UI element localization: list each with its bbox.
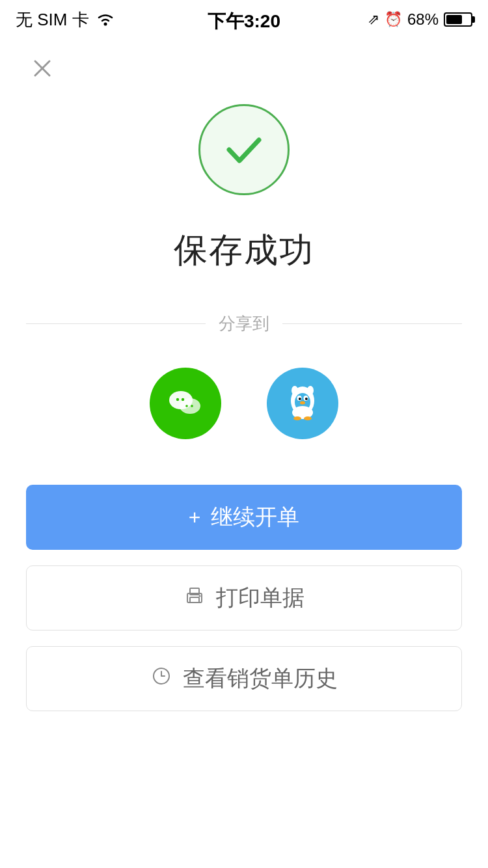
wechat-icon <box>165 383 206 424</box>
continue-icon: + <box>189 506 201 530</box>
status-bar: 无 SIM 卡 下午3:20 ⇗ ⏰ 68% <box>0 0 488 39</box>
checkmark-icon <box>221 127 267 172</box>
divider-left <box>26 323 206 324</box>
svg-point-24 <box>199 595 201 597</box>
history-label: 查看销货单历史 <box>183 664 338 694</box>
divider-right <box>282 323 462 324</box>
actions-wrap: + 继续开单 打印单据 查看销货单历史 <box>26 485 462 711</box>
status-indicators: ⇗ ⏰ 68% <box>368 10 472 29</box>
carrier-text: 无 SIM 卡 <box>16 8 89 31</box>
svg-point-6 <box>182 398 184 401</box>
svg-point-18 <box>304 416 312 420</box>
history-icon <box>150 665 172 692</box>
svg-point-8 <box>191 405 193 407</box>
success-icon-circle <box>198 104 290 195</box>
svg-point-5 <box>176 398 179 401</box>
svg-point-14 <box>305 398 308 400</box>
close-icon <box>31 57 53 79</box>
print-icon <box>183 584 206 612</box>
svg-point-13 <box>299 398 301 400</box>
svg-point-15 <box>300 401 305 405</box>
success-title: 保存成功 <box>174 228 314 273</box>
share-wechat-button[interactable] <box>150 368 221 439</box>
page-content: 保存成功 分享到 <box>0 39 488 868</box>
qq-icon <box>282 381 323 426</box>
share-qq-button[interactable] <box>267 368 338 439</box>
svg-point-20 <box>307 386 314 395</box>
battery-text: 68% <box>407 10 439 29</box>
close-button[interactable] <box>26 52 59 85</box>
svg-point-19 <box>291 386 298 395</box>
continue-button[interactable]: + 继续开单 <box>26 485 462 550</box>
print-button[interactable]: 打印单据 <box>26 565 462 631</box>
status-time: 下午3:20 <box>208 9 280 34</box>
wifi-icon <box>96 12 115 27</box>
location-icon: ⇗ <box>368 11 379 28</box>
alarm-icon: ⏰ <box>385 11 402 28</box>
history-button[interactable]: 查看销货单历史 <box>26 646 462 711</box>
print-label: 打印单据 <box>216 583 305 613</box>
svg-point-0 <box>103 23 107 26</box>
status-carrier: 无 SIM 卡 <box>16 8 115 31</box>
share-icons-row <box>150 368 338 439</box>
share-label: 分享到 <box>219 312 269 335</box>
share-divider: 分享到 <box>26 312 462 335</box>
svg-rect-23 <box>190 597 199 603</box>
svg-point-17 <box>293 416 301 420</box>
svg-point-7 <box>185 405 188 407</box>
battery-indicator <box>444 12 472 27</box>
continue-label: 继续开单 <box>211 502 299 532</box>
